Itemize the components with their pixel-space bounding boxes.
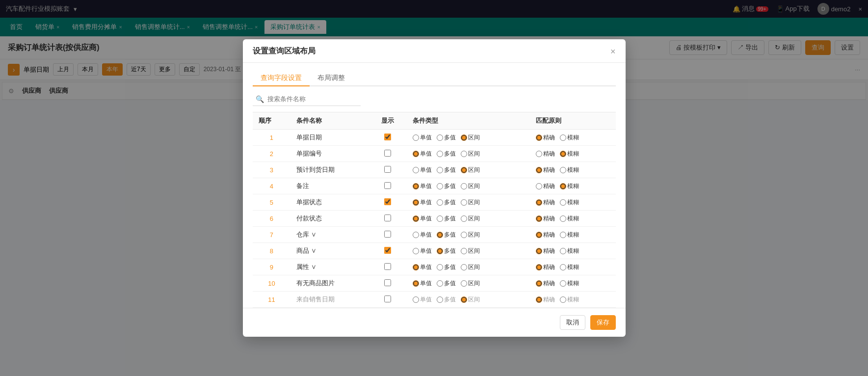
modal-tabs: 查询字段设置 布局调整 [253, 71, 616, 86]
modal-search-bar: 🔍 [253, 92, 616, 102]
modal-close-button[interactable]: × [610, 47, 616, 56]
modal-tab-query-fields[interactable]: 查询字段设置 [253, 71, 310, 86]
search-input[interactable] [253, 92, 361, 102]
modal-tab-layout[interactable]: 布局调整 [310, 71, 353, 86]
modal-title: 设置查询区域布局 [253, 46, 316, 56]
modal-dialog: 设置查询区域布局 × 查询字段设置 布局调整 🔍 顺序 [243, 39, 626, 102]
modal-header: 设置查询区域布局 × [243, 39, 626, 63]
search-icon: 🔍 [256, 95, 264, 102]
modal-overlay: 设置查询区域布局 × 查询字段设置 布局调整 🔍 顺序 [0, 0, 868, 102]
modal-body: 查询字段设置 布局调整 🔍 顺序 条件名称 显示 条件类型 [243, 63, 626, 102]
